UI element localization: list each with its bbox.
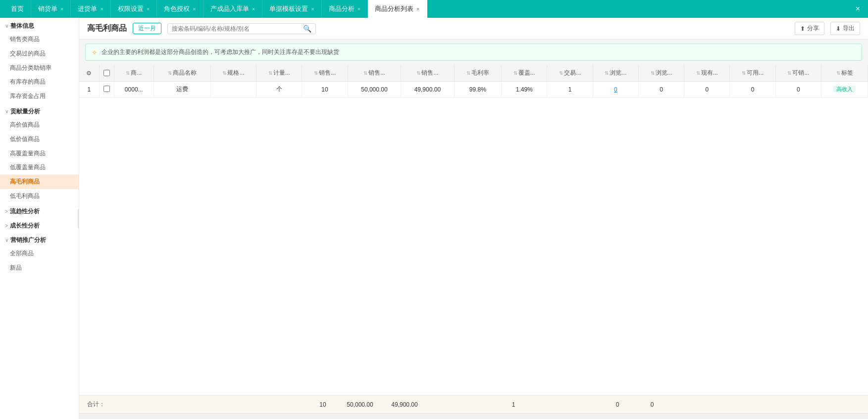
- nav-tab[interactable]: 产成品入库单×: [204, 0, 262, 18]
- cell-spec: [210, 82, 256, 97]
- tab-close-icon[interactable]: ×: [100, 6, 103, 12]
- info-text: 企业的主要的利润都是这部分商品创造的，可考虑加大推广，同时关注库存是不要出现缺货: [102, 48, 339, 56]
- col-label: 浏览...: [610, 69, 626, 77]
- sidebar-group-label[interactable]: ∨ 整体信息: [0, 18, 79, 32]
- col-browsePv: ⇅浏览...: [638, 65, 684, 82]
- nav-tab[interactable]: 单据模板设置×: [262, 0, 321, 18]
- footer-cell: 10: [308, 401, 338, 408]
- row-checkbox[interactable]: [103, 86, 110, 92]
- browse-uv-link[interactable]: 0: [614, 86, 617, 93]
- cell-browseUv: 0: [593, 82, 638, 97]
- col-label: 销售...: [319, 69, 336, 77]
- select-all-checkbox[interactable]: [103, 70, 110, 76]
- col-onhand: ⇅现有...: [684, 65, 730, 82]
- cell-saleProfit: 49,900.00: [401, 82, 454, 97]
- nav-tab[interactable]: 进货单×: [71, 0, 110, 18]
- col-code: ⇅商...: [114, 65, 153, 82]
- sidebar-group-label[interactable]: ∨ 营销推广分析: [0, 232, 79, 246]
- table-container: ⚙⇅商...⇅商品名称⇅规格...⇅计量...⇅销售...⇅销售...⇅销售..…: [79, 65, 868, 395]
- col-label: 现有...: [701, 69, 718, 77]
- page-title: 高毛利商品: [87, 23, 127, 34]
- footer-cell: 0: [600, 401, 635, 408]
- nav-tab[interactable]: 首页: [4, 0, 31, 18]
- share-icon: ⬆: [800, 25, 805, 32]
- cell-tradeCount: 1: [547, 82, 593, 97]
- sidebar-item[interactable]: 高毛利商品: [0, 175, 79, 189]
- sidebar-collapse-button[interactable]: «: [78, 209, 79, 229]
- tab-close-icon[interactable]: ×: [60, 6, 63, 12]
- tab-close-icon[interactable]: ×: [193, 6, 196, 12]
- export-button[interactable]: ⬇ 导出: [830, 22, 860, 35]
- col-grossRate: ⇅毛利率: [454, 65, 501, 82]
- sidebar-group-label[interactable]: ∨ 贡献量分析: [0, 103, 79, 118]
- cell-tag: 高收入: [821, 82, 868, 97]
- nav-tab[interactable]: 角色授权×: [157, 0, 203, 18]
- sidebar-item[interactable]: 低覆盖量商品: [0, 160, 79, 175]
- export-icon: ⬇: [836, 25, 841, 32]
- close-all-button[interactable]: ×: [852, 4, 864, 13]
- sidebar-group-label[interactable]: > 流趋性分析: [0, 203, 79, 218]
- sidebar-item[interactable]: 高覆盖量商品: [0, 146, 79, 161]
- content-header: 高毛利商品 近一月 🔍 ⬆ 分享 ⬇ 导出: [79, 18, 868, 40]
- sidebar-item[interactable]: 新品: [0, 261, 79, 275]
- sidebar-item[interactable]: 高价值商品: [0, 118, 79, 132]
- col-tradeCount: ⇅交易...: [547, 65, 593, 82]
- cell-code: 0000...: [114, 82, 153, 97]
- sidebar-item[interactable]: 库存资金占用: [0, 89, 79, 103]
- filter-period-button[interactable]: 近一月: [133, 23, 161, 34]
- col-unit: ⇅计量...: [256, 65, 302, 82]
- share-button[interactable]: ⬆ 分享: [795, 22, 824, 35]
- footer-label: 合计：: [87, 400, 105, 409]
- col-coverRate: ⇅覆盖...: [502, 65, 547, 82]
- cell-saleQty: 10: [302, 82, 348, 97]
- footer-summary: 合计： 1050,000.0049,900.00100: [79, 395, 868, 413]
- col-label: 交易...: [564, 69, 581, 77]
- tab-close-icon[interactable]: ×: [252, 6, 255, 12]
- col-label: 商...: [131, 69, 142, 77]
- col-label: 销售...: [421, 69, 438, 77]
- settings-icon[interactable]: ⚙: [86, 70, 92, 77]
- cell-onhand: 0: [684, 82, 730, 97]
- footer-cell: 1: [496, 401, 531, 408]
- col-label: 销售...: [368, 69, 385, 77]
- col-label: 商品名称: [173, 69, 197, 77]
- nav-tab[interactable]: 权限设置×: [111, 0, 157, 18]
- sidebar-item[interactable]: 销售类商品: [0, 32, 79, 47]
- footer-cell: 50,000.00: [338, 401, 382, 408]
- tab-close-icon[interactable]: ×: [416, 6, 419, 12]
- col-label: 可销...: [792, 69, 809, 77]
- col-label: 覆盖...: [518, 69, 535, 77]
- horizontal-scrollbar[interactable]: [79, 413, 868, 419]
- nav-tab[interactable]: 商品分析×: [322, 0, 368, 18]
- nav-tab[interactable]: 商品分析列表×: [368, 0, 427, 18]
- search-wrapper: 🔍: [167, 23, 316, 34]
- col-label: 规格...: [227, 69, 244, 77]
- sidebar-item[interactable]: 商品分类助销率: [0, 61, 79, 75]
- tab-close-icon[interactable]: ×: [311, 6, 314, 12]
- cell-index: 1: [79, 82, 99, 97]
- nav-tab[interactable]: 销货单×: [31, 0, 71, 18]
- sidebar-item[interactable]: 有库存的商品: [0, 75, 79, 89]
- footer-cell: 0: [635, 401, 669, 408]
- cell-name: 运费: [153, 82, 210, 97]
- tab-close-icon[interactable]: ×: [357, 6, 360, 12]
- col-saleable: ⇅可销...: [775, 65, 821, 82]
- sidebar-item[interactable]: 交易过的商品: [0, 47, 79, 61]
- col-saleProfit: ⇅销售...: [401, 65, 454, 82]
- sidebar: « ∨ 整体信息销售类商品交易过的商品商品分类助销率有库存的商品库存资金占用∨ …: [0, 18, 79, 419]
- info-banner: ✧ 企业的主要的利润都是这部分商品创造的，可考虑加大推广，同时关注库存是不要出现…: [85, 44, 862, 61]
- col-saleQty: ⇅销售...: [302, 65, 348, 82]
- search-input[interactable]: [172, 25, 303, 32]
- tab-close-icon[interactable]: ×: [147, 6, 150, 12]
- col-saleAmt: ⇅销售...: [348, 65, 401, 82]
- content-area: 高毛利商品 近一月 🔍 ⬆ 分享 ⬇ 导出 ✧ 企业的主要的利润都是这部分商品创…: [79, 18, 868, 419]
- sidebar-item[interactable]: 低毛利商品: [0, 189, 79, 203]
- table-row: 10000...运费个1050,000.0049,900.0099.8%1.49…: [79, 82, 868, 97]
- info-icon: ✧: [92, 48, 98, 56]
- col-label: 毛利率: [471, 69, 489, 77]
- col-spec: ⇅规格...: [210, 65, 256, 82]
- cell-saleAmt: 50,000.00: [348, 82, 401, 97]
- sidebar-item[interactable]: 全部商品: [0, 246, 79, 261]
- sidebar-item[interactable]: 低价值商品: [0, 132, 79, 146]
- sidebar-group-label[interactable]: > 成长性分析: [0, 218, 79, 232]
